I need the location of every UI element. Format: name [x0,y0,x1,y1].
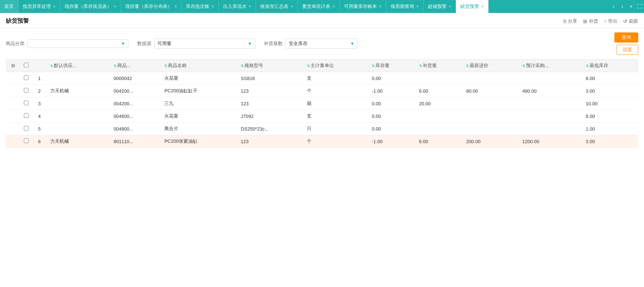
select-all-checkbox[interactable] [24,63,29,67]
tab-close-6[interactable]: × [291,4,293,9]
tab-close-9[interactable]: × [416,4,419,9]
row-product-code-2: 004200... [110,97,161,110]
sort-name-icon[interactable]: ⇅ [164,64,167,68]
row-supplier-2 [47,97,110,110]
tab-shelf-life[interactable]: 保质期查询 × [386,0,423,13]
tab-close-11[interactable]: × [481,4,484,9]
tab-inventory-status[interactable]: 现存量（库存状况表） × [60,0,121,13]
sort-replenish-icon[interactable]: ⇅ [419,64,422,68]
replenish-base-dropdown-icon: ▼ [350,41,354,46]
row-stock-2: 0.00 [368,97,415,110]
row-gear-5 [6,135,20,148]
row-min-stock-2: 10.00 [582,97,638,110]
row-checkbox-3[interactable] [24,113,29,118]
gear-icon[interactable]: ⚙ [11,63,16,69]
row-unit-3: 支 [303,110,368,123]
replenish-icon: ⊞ [583,18,587,24]
row-product-code-4: 004800... [110,123,161,135]
export-btn[interactable]: ↑ 导出 [604,18,617,25]
row-product-name-5: PC200张紧油缸 [161,135,237,148]
datasource-select[interactable]: 可用量 ▼ [154,39,255,49]
tab-close-4[interactable]: × [212,4,214,9]
page-title: 缺货预警 [6,17,29,25]
row-min-stock-5: 3.00 [582,135,638,148]
tab-receive-summary[interactable]: 收发存汇总表 × [256,0,298,13]
tab-close-1[interactable]: × [53,4,56,9]
share-btn[interactable]: ⎘ 分享 [564,18,577,25]
filter-action-buttons: 查询 设置 [614,32,638,55]
export-icon: ↑ [604,18,606,24]
sort-supplier-icon[interactable]: ⇅ [50,64,53,68]
filter-replenish-base-group: 补货基数 安全库存 ▼ [264,39,358,49]
query-button[interactable]: 查询 [614,32,638,43]
refresh-btn[interactable]: ↺ 刷新 [623,18,638,25]
row-checkbox-5[interactable] [24,138,29,143]
tab-available-ledger[interactable]: 可用量库存账本 × [340,0,386,13]
row-product-name-1: PC200油缸缸子 [161,85,237,97]
table-row: 3 004200... 三九 123 箱 0.00 20.00 10.00 [6,97,638,110]
row-checkbox-0[interactable] [24,75,29,80]
tab-close-8[interactable]: × [379,4,382,9]
row-latest-price-3 [462,110,518,123]
tab-prev-btn[interactable]: ‹ [609,0,618,13]
row-latest-price-5: 200.00 [462,135,518,148]
tab-overstock[interactable]: 超储预警 × [423,0,456,13]
table-row: 2 力天机械 004200... PC200油缸缸子 123 个 -1.00 6… [6,85,638,97]
tab-close-all-btn[interactable]: × [627,0,635,13]
tab-bar: 首页 拣货异常处理 × 现存量（库存状况表） × 现存量（库存分布表） × 库存… [0,0,644,13]
row-checkbox-4[interactable] [24,126,29,131]
sort-min-icon[interactable]: ⇅ [586,64,589,68]
row-supplier-3 [47,110,110,123]
row-spec-2: 123 [237,97,303,110]
row-num-5: 6 [32,135,47,148]
row-unit-2: 箱 [303,97,368,110]
tab-close-7[interactable]: × [332,4,335,9]
tab-purchase-stats[interactable]: 要货单统计表 × [298,0,340,13]
replenish-btn[interactable]: ⊞ 补货 [583,18,598,25]
row-replenish-1: 6.00 [415,85,463,97]
settings-button[interactable]: 设置 [617,45,638,55]
tab-maximize-btn[interactable]: ⛶ [635,0,644,13]
tab-close-3[interactable]: × [174,4,177,9]
datasource-label: 数据源 [137,40,151,47]
tab-inout-flow[interactable]: 出入库流水 × [219,0,256,13]
row-min-stock-0: 8.00 [582,72,638,85]
row-num-0: 1 [32,72,47,85]
row-min-stock-3: 8.00 [582,110,638,123]
row-checkbox-cell-1 [20,85,32,97]
col-latest-price: ⇅最新进价 [462,59,518,72]
row-gear-3 [6,110,20,123]
row-stock-5: -1.00 [368,135,415,148]
sort-spec-icon[interactable]: ⇅ [241,64,244,68]
col-estimated: ⇅预计采购... [519,59,582,72]
sort-stock-icon[interactable]: ⇅ [372,64,375,68]
datasource-value: 可用量 [157,40,171,47]
sort-price-icon[interactable]: ⇅ [466,64,469,68]
tab-close-5[interactable]: × [249,4,251,9]
tab-home[interactable]: 首页 [0,0,18,13]
filter-bar: 商品分类 ▼ 数据源 可用量 ▼ 补货基数 安全库存 ▼ 查询 设置 [0,28,644,59]
category-select[interactable]: ▼ [27,39,129,48]
tab-close-10[interactable]: × [449,4,451,9]
table-container: ⚙ ⇅默认供应... ⇅商品... ⇅商品名称 ⇅规格型号 ⇅主计量单位 ⇅库存… [0,59,644,154]
tab-close-2[interactable]: × [114,4,116,9]
sort-est-icon[interactable]: ⇅ [522,64,525,68]
replenish-base-select[interactable]: 安全库存 ▼ [286,39,358,49]
row-gear-1 [6,85,20,97]
row-product-name-4: 离合片 [161,123,237,135]
row-spec-3: J7092 [237,110,303,123]
row-checkbox-cell-0 [20,72,32,85]
tab-picking-exception[interactable]: 拣货异常处理 × [18,0,60,13]
tab-inventory-dist[interactable]: 现存量（库存分布表） × [121,0,182,13]
sort-code-icon[interactable]: ⇅ [114,64,117,68]
header-actions: ⎘ 分享 ⊞ 补货 ↑ 导出 ↺ 刷新 [564,18,638,25]
tab-shortage[interactable]: 缺货预警 × [456,0,488,13]
tab-batch-account[interactable]: 库存批次账 × [182,0,219,13]
row-estimated-3 [519,110,582,123]
filter-category-group: 商品分类 ▼ [6,39,129,48]
row-checkbox-1[interactable] [24,88,29,93]
row-replenish-2: 20.00 [415,97,463,110]
sort-unit-icon[interactable]: ⇅ [307,64,310,68]
row-checkbox-2[interactable] [24,101,29,105]
tab-next-btn[interactable]: › [618,0,627,13]
